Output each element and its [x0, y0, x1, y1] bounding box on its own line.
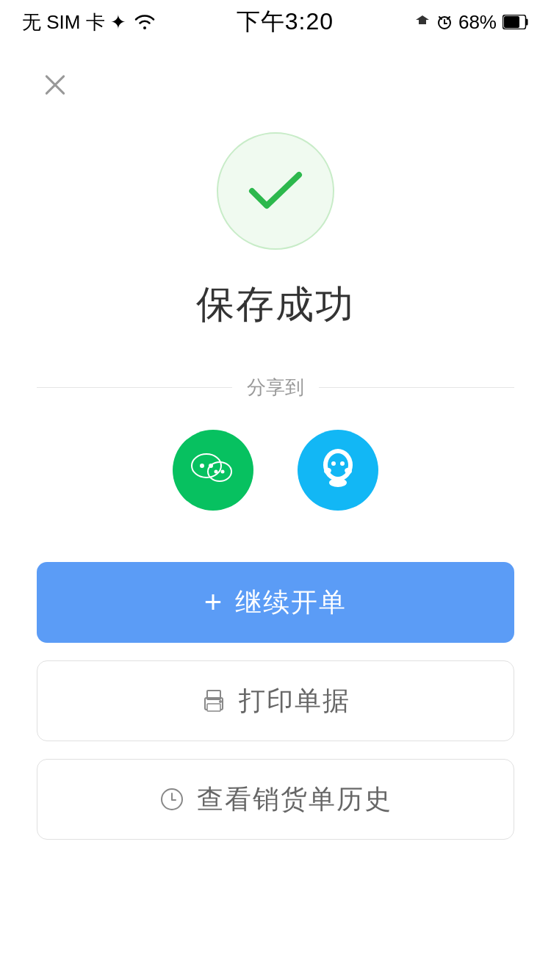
svg-rect-2 [504, 16, 519, 28]
history-label: 查看销货单历史 [197, 782, 392, 818]
alarm-icon [436, 14, 453, 30]
share-row [173, 430, 378, 511]
no-sim-text: 无 SIM 卡 ✦ [22, 10, 126, 35]
svg-point-6 [209, 464, 213, 468]
battery-percent: 68% [458, 11, 497, 34]
battery-icon [503, 15, 529, 29]
status-right: 68% [414, 11, 529, 34]
print-icon [201, 688, 227, 714]
svg-point-3 [192, 454, 221, 478]
svg-point-19 [219, 700, 222, 703]
history-button[interactable]: 查看销货单历史 [37, 759, 514, 840]
status-left: 无 SIM 卡 ✦ [22, 10, 156, 35]
continue-button[interactable]: + 继续开单 [37, 562, 514, 643]
checkmark-icon [246, 169, 305, 213]
status-bar: 无 SIM 卡 ✦ 下午3:20 68% [0, 0, 551, 44]
divider-label: 分享到 [232, 375, 319, 400]
svg-rect-17 [207, 704, 220, 711]
plus-icon: + [204, 587, 224, 618]
svg-point-13 [329, 478, 347, 487]
print-label: 打印单据 [239, 683, 350, 719]
svg-point-8 [221, 470, 225, 474]
close-button[interactable] [37, 66, 73, 103]
svg-point-11 [331, 461, 336, 466]
history-icon [159, 786, 185, 813]
divider-line-right [319, 387, 514, 388]
continue-label: 继续开单 [235, 585, 347, 621]
svg-point-12 [340, 461, 345, 466]
wifi-icon [134, 13, 156, 31]
success-icon-circle [217, 132, 334, 250]
svg-point-5 [200, 464, 204, 468]
status-time: 下午3:20 [237, 6, 334, 38]
success-title: 保存成功 [196, 279, 355, 331]
divider-line-left [37, 387, 232, 388]
action-buttons: + 继续开单 打印单据 查看销货单历史 [37, 562, 514, 840]
wechat-share-button[interactable] [173, 430, 253, 511]
qq-share-button[interactable] [298, 430, 378, 511]
qq-icon [314, 444, 361, 496]
share-divider: 分享到 [37, 375, 514, 400]
main-content: 保存成功 分享到 [0, 103, 551, 980]
svg-point-10 [328, 453, 348, 477]
svg-point-7 [215, 470, 218, 474]
wechat-icon [189, 450, 237, 491]
location-icon [414, 14, 431, 30]
print-button[interactable]: 打印单据 [37, 660, 514, 741]
